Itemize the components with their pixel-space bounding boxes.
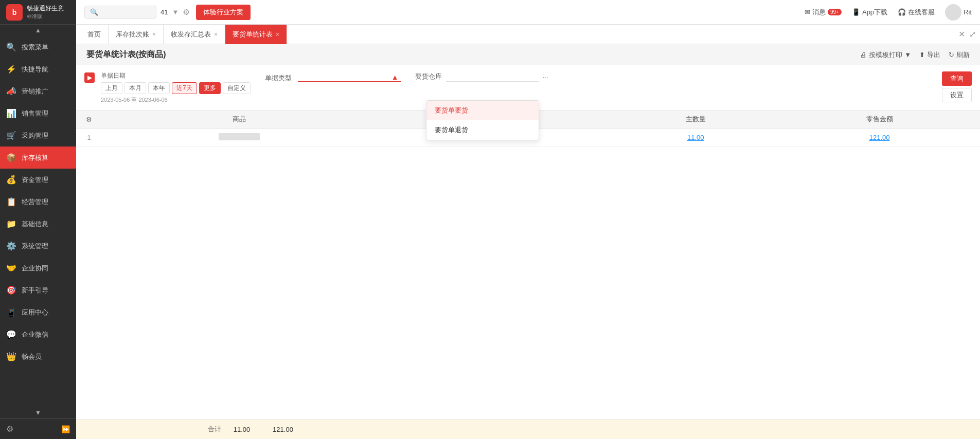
date-btn-this-year[interactable]: 本年 <box>148 82 170 94</box>
date-btn-more[interactable]: 更多 <box>199 82 221 94</box>
filter-row: 单据日期 上月 本月 本年 近7天 更多 自定义 2023-05-06 至 20… <box>101 71 942 104</box>
row-product <box>102 129 377 147</box>
date-btn-last-month[interactable]: 上月 <box>101 82 122 94</box>
purchase-icon: 🛒 <box>6 131 16 140</box>
system-icon: ⚙️ <box>6 241 16 251</box>
sidebar-item-operation[interactable]: 📋 经营管理 <box>0 191 76 213</box>
date-range-display: 2023-05-06 至 2023-06-06 <box>101 96 251 104</box>
footer-label: 合计 <box>208 425 221 434</box>
query-button[interactable]: 查询 <box>942 71 972 86</box>
guide-icon: 🎯 <box>6 285 16 295</box>
table-footer: 合计 11.00 121.00 <box>76 419 980 439</box>
sidebar-footer: ⚙ ⏩ <box>0 418 76 439</box>
tab-close-all-icon[interactable]: ✕ <box>958 29 965 39</box>
finance-icon: 💰 <box>6 175 16 185</box>
export-icon: ⬆ <box>919 51 925 59</box>
tabs-bar: 首页 库存批次账 × 收发存汇总表 × 要货单统计表 × ✕ ⤢ <box>76 25 980 44</box>
sidebar-scroll-up[interactable]: ▲ <box>0 25 76 36</box>
avatar <box>945 4 961 21</box>
col-product: 商品 <box>102 111 377 129</box>
app-download-icon: 📱 <box>852 8 860 16</box>
app-icon: 📱 <box>6 307 16 317</box>
sidebar-item-wechat[interactable]: 💬 企业微信 <box>0 323 76 345</box>
header-right: ✉ 消息 99+ 📱 App下载 🎧 在线客服 Rit <box>805 4 972 21</box>
dropdown-item-requisition-order[interactable]: 要货单要货 <box>426 101 539 120</box>
service-icon: 🎧 <box>898 8 906 16</box>
page-title-bar: 要货单统计表(按商品) 🖨 按模板打印 ▼ ⬆ 导出 ↻ 刷新 <box>76 44 980 65</box>
sidebar-logo: b <box>6 4 23 21</box>
type-filter-label: 单据类型 <box>265 71 292 83</box>
sidebar-item-member[interactable]: 👑 畅会员 <box>0 345 76 368</box>
sidebar-item-enterprise[interactable]: 🤝 企业协同 <box>0 257 76 279</box>
date-btn-7days[interactable]: 近7天 <box>172 82 197 94</box>
type-filter-input-wrap: ▲ <box>298 71 401 82</box>
message-badge: 99+ <box>828 9 842 15</box>
inventory-icon: 📦 <box>6 153 16 162</box>
tab-receive-summary-close[interactable]: × <box>214 31 218 38</box>
filter-expand-button[interactable]: ▶ <box>84 72 95 83</box>
member-icon: 👑 <box>6 352 16 361</box>
sidebar-item-inventory[interactable]: 📦 库存核算 <box>0 147 76 169</box>
warehouse-filter-group: 要货仓库 ··· <box>415 71 548 82</box>
online-service-item[interactable]: 🎧 在线客服 <box>898 8 935 17</box>
tab-requisition-stats-close[interactable]: × <box>276 31 279 38</box>
header-gear-icon[interactable]: ⚙ <box>183 7 190 17</box>
sidebar-item-basic[interactable]: 📁 基础信息 <box>0 213 76 235</box>
filter-area: ▶ 单据日期 上月 本月 本年 近7天 更多 自定义 2023-05-06 至 … <box>76 65 980 111</box>
date-filter-label: 单据日期 <box>101 71 251 80</box>
tab-expand-icon[interactable]: ⤢ <box>969 29 976 39</box>
warehouse-more-icon[interactable]: ··· <box>543 73 548 81</box>
dropdown-item-return-order[interactable]: 要货单退货 <box>426 120 539 140</box>
footer-amount: 121.00 <box>262 426 304 433</box>
sidebar-item-app[interactable]: 📱 应用中心 <box>0 301 76 323</box>
sidebar-header: b 畅捷通好生意 标准版 <box>0 0 76 25</box>
tab-inventory-batch-close[interactable]: × <box>152 31 156 38</box>
sidebar-title: 畅捷通好生意 标准版 <box>27 5 64 20</box>
sidebar: b 畅捷通好生意 标准版 ▲ 🔍 搜索菜单 ⚡ 快捷导航 📣 营销推广 📊 销售… <box>0 0 76 439</box>
sidebar-item-system[interactable]: ⚙️ 系统管理 <box>0 235 76 257</box>
date-filter-buttons: 上月 本月 本年 近7天 更多 自定义 <box>101 82 251 94</box>
row-number: 1 <box>76 129 102 147</box>
message-item[interactable]: ✉ 消息 99+ <box>805 8 842 17</box>
refresh-action[interactable]: ↻ 刷新 <box>949 50 970 60</box>
tab-home[interactable]: 首页 <box>80 25 109 44</box>
tab-inventory-batch[interactable]: 库存批次账 × <box>109 25 164 44</box>
wechat-icon: 💬 <box>6 330 16 339</box>
date-btn-custom[interactable]: 自定义 <box>223 82 251 94</box>
filter-settings-button[interactable]: 设置 <box>942 88 972 102</box>
table-container: ⚙ 商品 主计量单位 主数量 零售金额 1 <box>76 111 980 419</box>
sidebar-collapse-btn[interactable]: ⏩ <box>61 425 70 433</box>
filter-actions: 查询 设置 <box>942 71 972 102</box>
sidebar-scroll-down[interactable]: ▼ <box>0 407 76 418</box>
print-action[interactable]: 🖨 按模板打印 ▼ <box>860 50 911 60</box>
type-filter-input[interactable] <box>298 71 401 82</box>
app-download-item[interactable]: 📱 App下载 <box>852 8 887 17</box>
date-filter-group: 单据日期 上月 本月 本年 近7天 更多 自定义 2023-05-06 至 20… <box>101 71 251 104</box>
header-number: 41 <box>161 8 168 16</box>
basic-icon: 📁 <box>6 219 16 229</box>
header-search: 🔍 <box>84 6 156 19</box>
date-btn-this-month[interactable]: 本月 <box>124 82 146 94</box>
sidebar-item-marketing[interactable]: 📣 营销推广 <box>0 80 76 102</box>
sidebar-item-search[interactable]: 🔍 搜索菜单 <box>0 36 76 58</box>
user-avatar-item[interactable]: Rit <box>945 4 972 21</box>
col-settings[interactable]: ⚙ <box>76 111 102 129</box>
sidebar-item-sales[interactable]: 📊 销售管理 <box>0 102 76 124</box>
industry-button[interactable]: 体验行业方案 <box>196 5 251 20</box>
sidebar-item-quick-nav[interactable]: ⚡ 快捷导航 <box>0 58 76 80</box>
warehouse-filter-input[interactable] <box>446 71 539 82</box>
settings-icon[interactable]: ⚙ <box>6 424 13 434</box>
row-quantity[interactable]: 11.00 <box>612 129 779 147</box>
type-filter-arrow[interactable]: ▲ <box>391 73 399 81</box>
sidebar-item-finance[interactable]: 💰 资金管理 <box>0 169 76 191</box>
tab-receive-summary[interactable]: 收发存汇总表 × <box>164 25 225 44</box>
page-title: 要货单统计表(按商品) <box>86 49 166 60</box>
export-action[interactable]: ⬆ 导出 <box>919 50 940 60</box>
sidebar-item-guide[interactable]: 🎯 新手引导 <box>0 279 76 301</box>
enterprise-icon: 🤝 <box>6 263 16 273</box>
row-amount[interactable]: 121.00 <box>779 129 980 147</box>
tab-requisition-stats[interactable]: 要货单统计表 × <box>225 25 287 44</box>
product-placeholder <box>219 133 260 140</box>
sidebar-item-purchase[interactable]: 🛒 采购管理 <box>0 124 76 147</box>
header-dropdown-arrow[interactable]: ▼ <box>172 8 179 16</box>
